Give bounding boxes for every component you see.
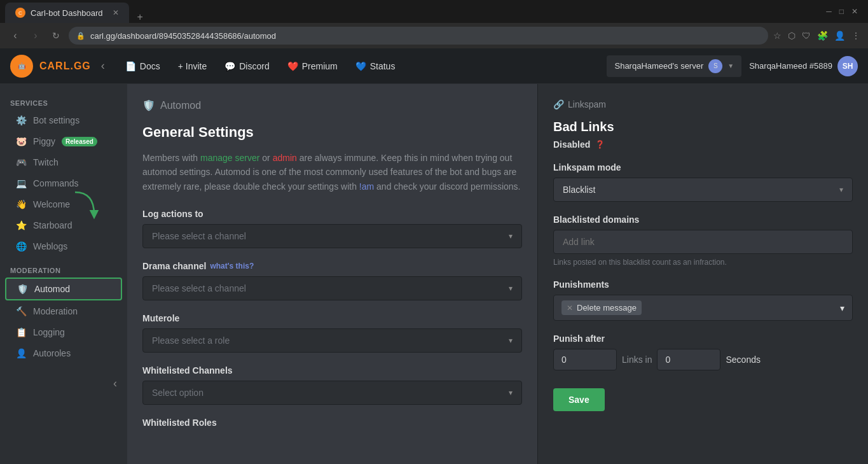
status-badge: Disabled — [553, 139, 590, 150]
sidebar-item-piggy[interactable]: 🐷 Piggy Released — [5, 131, 122, 151]
extension1-button[interactable]: ⬡ — [788, 31, 796, 41]
whitelisted-channels-select[interactable]: Select option ▾ — [142, 381, 522, 405]
whitelisted-channels-placeholder: Select option — [152, 388, 203, 398]
log-actions-select[interactable]: Please select a channel ▾ — [142, 224, 522, 248]
lock-icon: 🔒 — [76, 32, 85, 40]
new-tab-button[interactable]: + — [132, 11, 148, 23]
muterole-label: Muterole — [142, 313, 522, 323]
section-title: General Settings — [142, 124, 522, 141]
reload-button[interactable]: ↻ — [48, 31, 64, 41]
nav-docs[interactable]: 📄 Docs — [118, 57, 168, 75]
drama-channel-label: Drama channel what's this? — [142, 261, 522, 271]
nav-discord[interactable]: 💬 Discord — [217, 57, 277, 75]
close-button[interactable]: ✕ — [851, 7, 858, 16]
nav-links: 📄 Docs + Invite 💬 Discord ❤️ Premium 💙 S… — [118, 57, 403, 75]
star-icon: ⭐ — [15, 220, 27, 230]
user-icon: 👤 — [15, 348, 27, 358]
nav-invite[interactable]: + Invite — [170, 57, 215, 75]
sidebar-item-label: Automod — [34, 284, 70, 294]
browser-tab[interactable]: C Carl-bot Dashboard ✕ — [5, 3, 129, 23]
punishments-label: Punishments — [553, 279, 853, 290]
tab-close-button[interactable]: ✕ — [113, 8, 119, 17]
remove-punishment-button[interactable]: ✕ — [567, 304, 573, 313]
sidebar-item-label: Autoroles — [33, 348, 71, 358]
sidebar-item-label: Moderation — [33, 306, 78, 316]
whitelisted-channels-label: Whitelisted Channels — [142, 365, 522, 376]
card-title: Bad Links — [553, 120, 853, 134]
server-name: SharqaHameed's server — [614, 61, 703, 71]
heart-icon: ❤️ — [287, 61, 298, 71]
extension2-button[interactable]: 🛡 — [802, 31, 811, 41]
sidebar-item-logging[interactable]: 📋 Logging — [5, 322, 122, 342]
seconds-label: Seconds — [726, 355, 760, 365]
link-icon: 🔗 — [553, 99, 564, 109]
punish-after-row: Links in Seconds — [553, 349, 853, 370]
extension3-button[interactable]: 🧩 — [817, 31, 828, 41]
sidebar-item-moderation[interactable]: 🔨 Moderation — [5, 301, 122, 321]
sidebar-item-starboard[interactable]: ⭐ Starboard — [5, 215, 122, 236]
what-is-this-link[interactable]: what's this? — [210, 262, 254, 271]
sidebar-item-welcome[interactable]: 👋 Welcome — [5, 194, 122, 214]
hamburger-button[interactable]: ‹ — [101, 59, 105, 73]
sidebar-collapse-button[interactable]: ‹ — [108, 374, 122, 393]
iam-highlight: !am — [359, 181, 374, 192]
welcome-icon: 👋 — [15, 199, 27, 209]
sidebar-item-label: Starboard — [33, 220, 72, 230]
whitelisted-roles-group: Whitelisted Roles — [142, 418, 522, 428]
linkspam-mode-value: Blacklist — [563, 185, 595, 195]
docs-icon: 📄 — [125, 61, 136, 71]
twitch-icon: 🎮 — [15, 157, 27, 167]
profile-button[interactable]: 👤 — [834, 31, 845, 41]
sidebar-item-label: Logging — [33, 327, 65, 337]
moderation-section-label: MODERATION — [0, 262, 127, 277]
muterole-placeholder: Please select a role — [152, 335, 230, 346]
chevron-down-icon: ▾ — [840, 303, 844, 313]
right-section-header: 🔗 Linkspam — [553, 99, 853, 109]
tab-title: Carl-bot Dashboard — [31, 8, 102, 18]
sidebar-item-autoroles[interactable]: 👤 Autoroles — [5, 343, 122, 363]
log-actions-label: Log actions to — [142, 209, 522, 219]
weblogs-icon: 🌐 — [15, 241, 27, 251]
maximize-button[interactable]: □ — [839, 7, 844, 16]
logging-icon: 📋 — [15, 327, 27, 337]
menu-button[interactable]: ⋮ — [851, 31, 860, 41]
sidebar-item-automod[interactable]: 🛡️ Automod — [5, 278, 122, 300]
drama-channel-placeholder: Please select a channel — [152, 283, 246, 293]
blacklist-help-text: Links posted on this blacklist count as … — [553, 258, 853, 267]
add-link-input[interactable] — [553, 230, 853, 254]
dropdown-arrow-icon: ▼ — [727, 62, 734, 69]
minimize-button[interactable]: ─ — [826, 7, 832, 16]
server-image-icon: S — [708, 59, 722, 73]
logo-text: CARL.GG — [39, 60, 91, 72]
forward-button[interactable]: › — [28, 30, 43, 41]
linkspam-mode-select[interactable]: Blacklist ▾ — [553, 178, 853, 202]
punishments-select[interactable]: ✕ Delete message ▾ — [553, 295, 853, 321]
save-button[interactable]: Save — [553, 388, 605, 411]
user-info[interactable]: SharqaHameed #5889 SH — [749, 56, 858, 76]
sidebar-item-label: Bot settings — [33, 115, 79, 125]
punish-after-count-input[interactable] — [553, 349, 617, 370]
sidebar-item-label: Commands — [33, 178, 79, 188]
nav-premium[interactable]: ❤️ Premium — [280, 57, 345, 75]
chevron-down-icon: ▾ — [509, 336, 513, 345]
sidebar-item-commands[interactable]: 💻 Commands — [5, 173, 122, 193]
manage-server-highlight: manage server — [200, 153, 259, 163]
server-selector[interactable]: SharqaHameed's server S ▼ — [607, 55, 741, 77]
links-in-label: Links in — [622, 355, 652, 365]
nav-status[interactable]: 💙 Status — [348, 57, 403, 75]
sidebar-item-weblogs[interactable]: 🌐 Weblogs — [5, 236, 122, 257]
services-section-label: SERVICES — [0, 94, 127, 109]
back-button[interactable]: ‹ — [8, 30, 23, 41]
status-row: Disabled ❓ — [553, 139, 853, 150]
help-icon[interactable]: ❓ — [595, 140, 605, 149]
address-bar[interactable]: 🔒 carl.gg/dashboard/894503528444358686/a… — [69, 27, 768, 45]
muterole-select[interactable]: Please select a role ▾ — [142, 328, 522, 353]
punish-after-seconds-input[interactable] — [657, 349, 720, 370]
drama-channel-group: Drama channel what's this? Please select… — [142, 261, 522, 300]
linkspam-mode-label: Linkspam mode — [553, 162, 853, 172]
drama-channel-select[interactable]: Please select a channel ▾ — [142, 276, 522, 300]
bookmark-button[interactable]: ☆ — [773, 31, 782, 41]
sidebar-item-bot-settings[interactable]: ⚙️ Bot settings — [5, 110, 122, 130]
sidebar-item-twitch[interactable]: 🎮 Twitch — [5, 152, 122, 172]
sidebar-item-label: Weblogs — [33, 241, 67, 251]
